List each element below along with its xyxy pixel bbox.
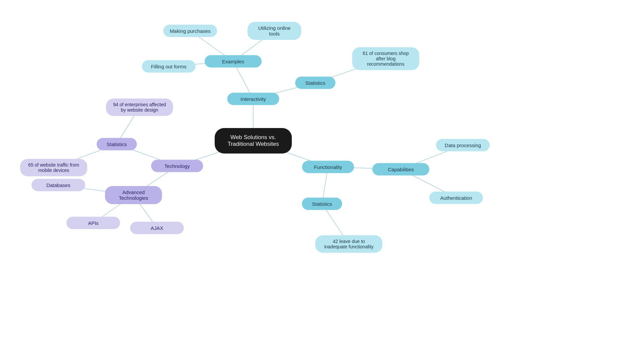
node-tech_statistics[interactable]: Statistics bbox=[97, 138, 137, 150]
node-advanced_technologies[interactable]: Advanced Technologies bbox=[105, 186, 162, 204]
node-examples[interactable]: Examples bbox=[205, 55, 262, 68]
node-ajax[interactable]: AJAX bbox=[130, 222, 184, 234]
node-root[interactable]: Web Solutions vs. Traditional Websites bbox=[215, 128, 292, 154]
node-func_statistics[interactable]: Statistics bbox=[302, 198, 342, 210]
node-functionality[interactable]: Functionality bbox=[302, 161, 354, 173]
node-filling_out_forms[interactable]: Filling out forms bbox=[142, 60, 196, 73]
node-capabilities[interactable]: Capabilities bbox=[372, 163, 429, 176]
connections-svg bbox=[0, 0, 644, 363]
node-making_purchases[interactable]: Making purchases bbox=[163, 25, 217, 37]
node-authentication[interactable]: Authentication bbox=[429, 192, 483, 204]
node-leave_inadequate[interactable]: 42 leave due to inadequate functionality bbox=[315, 235, 382, 253]
node-databases[interactable]: Databases bbox=[32, 179, 85, 191]
node-apis[interactable]: APIs bbox=[66, 217, 120, 229]
node-enterprises_design[interactable]: 94 of enterprises affected by website de… bbox=[106, 99, 173, 116]
node-consumers_blog[interactable]: 61 of consumers shop after blog recommen… bbox=[352, 47, 419, 70]
node-technology[interactable]: Technology bbox=[151, 160, 203, 172]
node-mobile_traffic[interactable]: 65 of website traffic from mobile device… bbox=[20, 159, 87, 176]
mindmap-container: Web Solutions vs. Traditional WebsitesIn… bbox=[0, 0, 644, 363]
node-utilizing_online_tools[interactable]: Utilizing online tools bbox=[248, 22, 301, 40]
node-data_processing[interactable]: Data processing bbox=[436, 139, 490, 152]
node-interactivity_statistics[interactable]: Statistics bbox=[295, 77, 335, 89]
node-interactivity[interactable]: Interactivity bbox=[227, 93, 279, 105]
